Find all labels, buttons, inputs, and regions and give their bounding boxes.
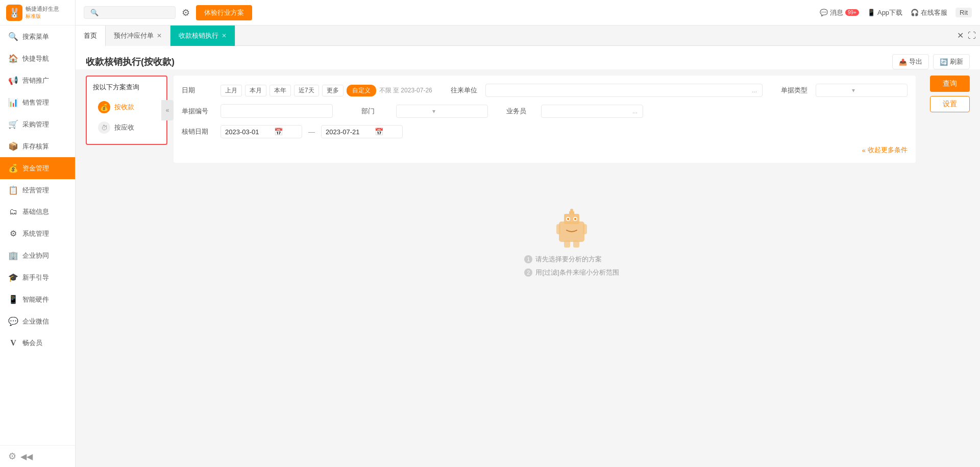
date-btn-this-month[interactable]: 本月	[245, 85, 266, 96]
sidebar-bottom: ⚙ ◀◀	[0, 445, 75, 467]
message-action[interactable]: 💬 消息 99+	[820, 8, 859, 17]
sidebar-item-label-inventory: 库存核算	[22, 142, 49, 151]
svg-rect-11	[573, 240, 579, 248]
doc-type-field: 单据类型 ▾	[781, 84, 908, 97]
guide-icon: 🎓	[8, 273, 18, 282]
date-btn-7days[interactable]: 近7天	[294, 85, 319, 96]
sidebar-item-purchase[interactable]: 🛒 采购管理	[0, 113, 75, 135]
main-area: 🔍 ⚙ 体验行业方案 💬 消息 99+ 📱 App下载 🎧 在线客服 Rit	[76, 0, 980, 467]
basic-info-icon: 🗂	[8, 207, 18, 216]
tab-home[interactable]: 首页	[76, 26, 106, 46]
sidebar-item-basic-info[interactable]: 🗂 基础信息	[0, 201, 75, 223]
empty-state-illustration	[546, 204, 597, 255]
query-button[interactable]: 查询	[930, 76, 970, 92]
sidebar-item-label-purchase: 采购管理	[22, 120, 49, 129]
expand-window-icon[interactable]: ⛶	[968, 31, 976, 40]
tab-collection[interactable]: 收款核销执行 ✕	[170, 26, 235, 46]
doc-no-field[interactable]	[226, 107, 327, 115]
staff-ellipsis: ...	[632, 108, 638, 115]
search-icon: 🔍	[8, 32, 18, 41]
staff-label: 业务员	[506, 107, 537, 116]
sidebar-item-smart-hw[interactable]: 📱 智能硬件	[0, 288, 75, 310]
collapse-sidebar-icon[interactable]: ◀◀	[20, 452, 33, 461]
sidebar-item-marketing[interactable]: 📢 营销推广	[0, 69, 75, 91]
export-button[interactable]: 📤 导出	[892, 54, 929, 69]
sidebar-item-finance[interactable]: 💰 资金管理	[0, 157, 75, 179]
doc-no-input[interactable]	[220, 104, 333, 118]
online-service-action[interactable]: 🎧 在线客服	[911, 8, 947, 17]
tip-text-2: 用[过滤]条件来缩小分析范围	[535, 268, 619, 277]
verify-date-label: 核销日期	[182, 127, 212, 136]
sales-icon: 📊	[8, 97, 18, 107]
sidebar-item-label-quick: 快捷导航	[22, 54, 49, 63]
sidebar-item-operation[interactable]: 📋 经营管理	[0, 179, 75, 201]
verify-date-end-cal-icon[interactable]: 📅	[375, 128, 383, 136]
tabbar: 首页 预付冲应付单 ✕ 收款核销执行 ✕ ✕ ⛶	[76, 26, 980, 46]
topbar: 🔍 ⚙ 体验行业方案 💬 消息 99+ 📱 App下载 🎧 在线客服 Rit	[76, 0, 980, 26]
logo-text-block: 畅捷通好生意 标准版	[26, 5, 59, 19]
export-label: 导出	[909, 57, 922, 66]
sidebar-item-sales[interactable]: 📊 销售管理	[0, 91, 75, 113]
tab-prepay-close-icon[interactable]: ✕	[157, 32, 162, 39]
sidebar-item-search[interactable]: 🔍 搜索菜单	[0, 26, 75, 47]
sidebar-item-member[interactable]: V 畅会员	[0, 332, 75, 354]
app-download-action[interactable]: 📱 App下载	[867, 8, 902, 17]
topbar-gear-icon[interactable]: ⚙	[182, 7, 190, 18]
verify-date-start-input[interactable]	[225, 128, 271, 136]
date-btn-last-month[interactable]: 上月	[220, 85, 242, 96]
page-content: 收款核销执行(按收款) 📤 导出 🔄 刷新 按以下方案查询 💰 按收款	[76, 46, 980, 467]
action-buttons: 查询 设置	[930, 76, 970, 163]
counterparty-label: 往来单位	[451, 86, 481, 95]
settings-button[interactable]: 设置	[930, 96, 970, 112]
sidebar-item-quick-nav[interactable]: 🏠 快捷导航	[0, 47, 75, 69]
counterparty-select[interactable]: ...	[485, 84, 763, 97]
collapse-filter-panel-icon[interactable]: «	[161, 100, 174, 120]
staff-select[interactable]: ...	[541, 105, 643, 118]
tab-prepay[interactable]: 预付冲应付单 ✕	[106, 26, 170, 46]
sidebar-item-wechat[interactable]: 💬 企业微信	[0, 310, 75, 332]
user-name[interactable]: Rit	[955, 8, 972, 17]
settings-bottom-icon[interactable]: ⚙	[8, 451, 16, 462]
filter-option-by-receivable[interactable]: ⏱ 按应收	[93, 117, 160, 138]
verify-date-end-input[interactable]	[326, 128, 372, 136]
verify-date-end-group[interactable]: 📅	[321, 125, 403, 138]
more-conditions-button[interactable]: « 收起更多条件	[862, 145, 908, 155]
more-conditions-row: « 收起更多条件	[182, 145, 908, 155]
refresh-icon: 🔄	[940, 58, 948, 66]
collapse-icon: «	[862, 146, 866, 154]
date-btn-custom[interactable]: 自定义	[347, 85, 376, 96]
solution-button[interactable]: 体验行业方案	[196, 5, 252, 20]
sidebar-item-system[interactable]: ⚙ 系统管理	[0, 223, 75, 244]
date-btn-more[interactable]: 更多	[322, 85, 344, 96]
verify-date-range: 📅 — 📅	[220, 125, 403, 138]
empty-state: 1 请先选择要分析的方案 2 用[过滤]条件来缩小分析范围	[174, 163, 970, 322]
query-form-row: 日期 上月 本月 本年 近7天 更多 自定义 不限 至 2023-07-26	[174, 76, 970, 163]
svg-point-5	[574, 218, 576, 220]
filter-panel-title: 按以下方案查询	[93, 83, 160, 92]
staff-field: 业务员 ...	[506, 105, 643, 118]
doc-type-select[interactable]: ▾	[816, 84, 908, 97]
filter-option-collection-label: 按收款	[114, 103, 134, 112]
close-window-icon[interactable]: ✕	[957, 31, 964, 40]
tip-text-1: 请先选择要分析的方案	[535, 255, 602, 264]
verify-date-start-group[interactable]: 📅	[220, 125, 302, 138]
sidebar-item-inventory[interactable]: 📦 库存核算	[0, 135, 75, 157]
verify-date-start-cal-icon[interactable]: 📅	[274, 128, 283, 136]
content-body: 按以下方案查询 💰 按收款 ⏱ 按应收 «	[76, 69, 980, 328]
marketing-icon: 📢	[8, 76, 18, 85]
more-conditions-label: 收起更多条件	[868, 145, 908, 155]
svg-rect-8	[556, 224, 560, 234]
tab-collection-close-icon[interactable]: ✕	[222, 32, 227, 39]
svg-point-4	[567, 218, 569, 220]
sidebar-nav: 🔍 搜索菜单 🏠 快捷导航 📢 营销推广 📊 销售管理 🛒 采购管理 📦 库存核…	[0, 26, 75, 445]
sidebar-item-enterprise[interactable]: 🏢 企业协同	[0, 244, 75, 266]
dept-chevron: ▾	[432, 108, 435, 115]
sidebar-item-guide[interactable]: 🎓 新手引导	[0, 266, 75, 288]
filter-option-by-collection[interactable]: 💰 按收款	[93, 97, 160, 117]
refresh-label: 刷新	[950, 57, 963, 66]
date-btn-this-year[interactable]: 本年	[270, 85, 291, 96]
tab-collection-label: 收款核销执行	[179, 31, 218, 40]
dept-select[interactable]: ▾	[396, 105, 488, 118]
topbar-search[interactable]: 🔍	[84, 6, 176, 19]
refresh-button[interactable]: 🔄 刷新	[933, 54, 970, 69]
